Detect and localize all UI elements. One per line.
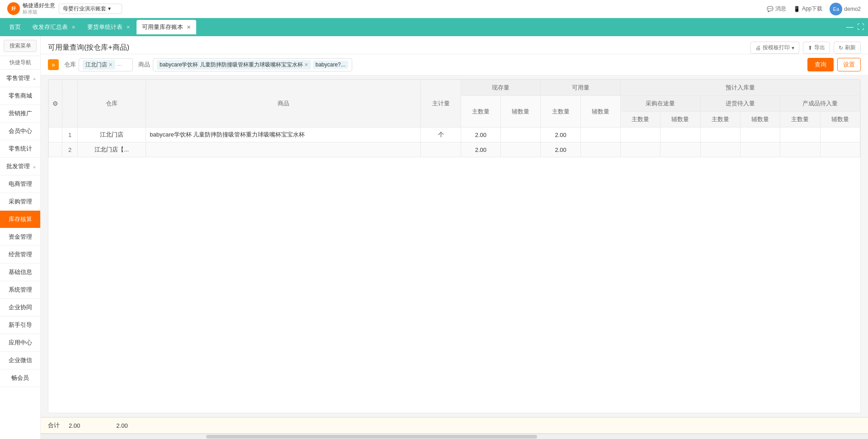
sidebar-item-retail-mgmt[interactable]: 零售管理 ▲ <box>0 70 40 87</box>
app-download-button[interactable]: 📱 App下载 <box>793 5 822 13</box>
filter-bar: » 仓库 江北门店 ✕ ··· 商品 babycare学饮杯 儿童防摔防撞吸管杯… <box>41 54 868 76</box>
row1-incoming-aux <box>740 127 780 142</box>
tab-order-stats[interactable]: 要货单统计表 ✕ <box>82 20 136 34</box>
data-table: ⚙ 仓库 商品 主计量 现存量 可用量 预计入库量 主数量 辅数量 主数量 <box>48 80 860 157</box>
search-menu-button[interactable]: 搜索菜单 <box>4 40 37 52</box>
row1-unit: 个 <box>421 127 461 142</box>
product-tag-1: babycare学饮杯 儿童防摔防撞吸管杯重力球吸嘴杯宝宝水杯 ✕ <box>157 60 311 70</box>
sidebar-item-system-mgmt[interactable]: 系统管理 <box>0 281 40 299</box>
quick-nav-button[interactable]: 快捷导航 <box>0 56 40 70</box>
tab-order-close[interactable]: ✕ <box>126 24 130 30</box>
message-button[interactable]: 💬 消息 <box>767 5 786 13</box>
table-footer: 合计 2.00 2.00 <box>41 417 868 434</box>
industry-select[interactable]: 母婴行业演示账套 ▾ <box>59 4 122 14</box>
th-purchase-group: 采购在途量 <box>621 96 701 112</box>
sidebar-item-enterprise-wechat[interactable]: 企业微信 <box>0 352 40 369</box>
sidebar-item-retail-mall[interactable]: 零售商城 <box>0 87 40 105</box>
user-menu[interactable]: Ea demo2 <box>830 3 861 15</box>
query-button[interactable]: 查询 <box>807 58 834 71</box>
tab-available-close[interactable]: ✕ <box>187 24 191 30</box>
sidebar-item-member-center[interactable]: 会员中心 <box>0 123 40 140</box>
logo-area: 好 畅捷通好生意 标准版 <box>7 2 55 15</box>
sidebar-item-retail-stats[interactable]: 零售统计 <box>0 140 40 158</box>
chat-label: 消息 <box>775 5 786 13</box>
sidebar-item-operations[interactable]: 经营管理 <box>0 246 40 264</box>
product-filter-input[interactable]: babycare学饮杯 儿童防摔防撞吸管杯重力球吸嘴杯宝宝水杯 ✕ babyca… <box>153 58 352 71</box>
sidebar-item-purchase[interactable]: 采购管理 <box>0 193 40 211</box>
sidebar-item-enterprise-collab[interactable]: 企业协同 <box>0 299 40 316</box>
gear-icon[interactable]: ⚙ <box>52 100 58 107</box>
product-tag-2: babycare?... <box>313 61 348 69</box>
warehouse-tag-close[interactable]: ✕ <box>108 62 113 68</box>
sidebar-item-marketing-label: 营销推广 <box>4 109 37 118</box>
tab-receivable-summary[interactable]: 收发存汇总表 ✕ <box>27 20 81 34</box>
top-bar-left: 好 畅捷通好生意 标准版 母婴行业演示账套 ▾ <box>7 2 122 15</box>
warehouse-more[interactable]: ··· <box>117 61 122 68</box>
sidebar-item-wholesale-mgmt[interactable]: 批发管理 ▲ <box>0 158 40 175</box>
th-stock-aux: 辅数量 <box>501 96 541 127</box>
sidebar-item-inventory[interactable]: 库存核算 <box>0 211 40 228</box>
download-icon: 📱 <box>793 6 800 12</box>
th-purchase-aux: 辅数量 <box>660 112 700 127</box>
sidebar-item-system-label: 系统管理 <box>4 286 37 294</box>
sidebar-item-marketing[interactable]: 营销推广 <box>0 105 40 123</box>
horizontal-scrollbar[interactable] <box>41 434 868 439</box>
sidebar-item-finance[interactable]: 资金管理 <box>0 228 40 246</box>
nav-minimize-button[interactable]: — <box>846 23 854 31</box>
sidebar-item-beginner[interactable]: 新手引导 <box>0 316 40 334</box>
refresh-button[interactable]: ↻ 刷新 <box>834 42 861 54</box>
sidebar-item-retail-mall-label: 零售商城 <box>4 92 37 100</box>
row2-avail-main: 2.00 <box>541 142 580 157</box>
tab-order-label: 要货单统计表 <box>87 23 123 31</box>
nav-maximize-button[interactable]: ⛶ <box>857 23 864 31</box>
page-header: 可用量查询(按仓库+商品) 🖨 按模板打印 ▾ ⬆ 导出 ↻ 刷新 <box>41 36 868 54</box>
sidebar-item-enterprise-label: 企业协同 <box>4 303 37 312</box>
scroll-thumb[interactable] <box>206 435 537 439</box>
row1-production-main <box>780 127 820 142</box>
product-tag-1-close[interactable]: ✕ <box>304 62 308 68</box>
row2-production-aux <box>820 142 860 157</box>
th-warehouse: 仓库 <box>78 80 146 127</box>
sidebar-item-basic-info[interactable]: 基础信息 <box>0 264 40 281</box>
download-label: App下载 <box>802 5 822 13</box>
th-incoming-aux: 辅数量 <box>740 112 780 127</box>
product-filter-label: 商品 <box>138 61 150 69</box>
tab-receivable-close[interactable]: ✕ <box>71 24 75 30</box>
table-row: 1 江北门店 babycare学饮杯 儿童防摔防撞吸管杯重力球吸嘴杯宝宝水杯 个… <box>49 127 860 142</box>
user-label: demo2 <box>844 6 861 12</box>
th-available-group: 可用量 <box>541 80 621 96</box>
sidebar-item-member-plus[interactable]: 畅会员 <box>0 369 40 387</box>
warehouse-filter-label: 仓库 <box>64 61 76 69</box>
logo-sub: 标准版 <box>23 9 55 15</box>
product-tag-1-text: babycare学饮杯 儿童防摔防撞吸管杯重力球吸嘴杯宝宝水杯 <box>160 61 303 69</box>
sidebar-item-wechat-label: 企业微信 <box>4 356 37 364</box>
settings-button[interactable]: 设置 <box>837 58 861 71</box>
filter-expand-button[interactable]: » <box>48 59 59 70</box>
sidebar-item-ecommerce[interactable]: 电商管理 <box>0 175 40 193</box>
export-label: 导出 <box>814 44 825 52</box>
tab-home-label: 首页 <box>9 23 21 31</box>
sidebar-item-inventory-label: 库存核算 <box>4 215 37 223</box>
footer-avail-main: 2.00 <box>116 422 127 429</box>
table-area: ⚙ 仓库 商品 主计量 现存量 可用量 预计入库量 主数量 辅数量 主数量 <box>48 79 861 413</box>
refresh-label: 刷新 <box>845 44 856 52</box>
sidebar-item-app-center[interactable]: 应用中心 <box>0 334 40 352</box>
th-avail-main: 主数量 <box>541 96 580 127</box>
content-area: 可用量查询(按仓库+商品) 🖨 按模板打印 ▾ ⬆ 导出 ↻ 刷新 » <box>41 36 868 439</box>
tab-available-inventory[interactable]: 可用量库存账本 ✕ <box>137 20 196 34</box>
th-incoming-main: 主数量 <box>700 112 740 127</box>
logo-text: 畅捷通好生意 <box>23 2 55 9</box>
th-production-group: 产成品待入量 <box>780 96 860 112</box>
table-row: 2 江北门店【... 2.00 2.00 <box>49 142 860 157</box>
row1-num: 1 <box>62 127 78 142</box>
warehouse-filter-input[interactable]: 江北门店 ✕ ··· <box>79 58 133 71</box>
th-row-num <box>62 80 78 127</box>
th-main-unit: 主计量 <box>421 80 461 127</box>
print-button[interactable]: 🖨 按模板打印 ▾ <box>750 42 799 54</box>
row2-stock-main: 2.00 <box>461 142 500 157</box>
th-forecast-group: 预计入库量 <box>621 80 860 96</box>
product-tag-2-text: babycare?... <box>316 61 345 68</box>
export-button[interactable]: ⬆ 导出 <box>803 42 830 54</box>
tab-home[interactable]: 首页 <box>4 20 26 34</box>
row2-warehouse: 江北门店【... <box>78 142 146 157</box>
